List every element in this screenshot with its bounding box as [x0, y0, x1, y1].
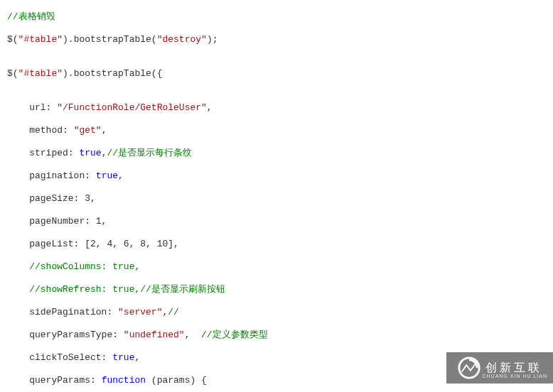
code-text: ).bootstrapTable({ — [63, 68, 162, 79]
code-text: , — [118, 170, 124, 181]
string-literal: "server" — [118, 307, 162, 317]
comment: //表格销毁 — [7, 11, 55, 22]
code-text: method: — [7, 125, 74, 136]
code-text: , — [134, 352, 140, 363]
code-block: //表格销毁 $("#table").bootstrapTable("destr… — [0, 0, 553, 392]
code-text: , — [102, 125, 107, 136]
string-literal: "destroy" — [157, 34, 207, 45]
comment: //showColumns: true, — [7, 261, 140, 272]
code-text: pageNumber: 1, — [7, 216, 107, 227]
code-text: $( — [7, 34, 18, 45]
code-text: sidePagination: — [7, 307, 118, 317]
code-text: (params) { — [146, 375, 207, 386]
comment: // — [168, 307, 179, 317]
code-text: striped: — [7, 148, 79, 158]
comment: //showRefresh: true,//是否显示刷新按钮 — [7, 284, 225, 295]
code-text: queryParams: — [7, 375, 102, 386]
code-text: $( — [7, 68, 18, 79]
string-literal: "get" — [74, 125, 102, 136]
code-text: pagination: — [7, 170, 96, 181]
code-text: ).bootstrapTable( — [63, 34, 157, 45]
code-text: clickToSelect: — [7, 352, 112, 363]
watermark-logo-icon — [457, 356, 481, 380]
keyword: true — [96, 170, 118, 181]
watermark-badge: 创新互联 CHUANG XIN HU LIAN — [446, 352, 553, 383]
code-text: queryParamsType: — [7, 330, 124, 340]
string-literal: "#table" — [18, 34, 63, 45]
string-literal: "undefined" — [124, 330, 185, 340]
string-literal: "#table" — [18, 68, 63, 79]
keyword: function — [102, 375, 146, 386]
keyword: true — [112, 352, 134, 363]
code-text: ); — [207, 34, 218, 45]
code-text: pageSize: 3, — [7, 193, 96, 204]
code-text: url: — [7, 102, 57, 113]
code-text: , — [207, 102, 213, 113]
comment: //是否显示每行条纹 — [107, 148, 192, 158]
string-literal: "/FunctionRole/GetRoleUser" — [57, 102, 207, 113]
code-text: , — [185, 330, 201, 340]
keyword: true — [79, 148, 101, 158]
code-text: pageList: [2, 4, 6, 8, 10], — [7, 239, 179, 249]
watermark-subtext: CHUANG XIN HU LIAN — [482, 371, 547, 382]
comment: //定义参数类型 — [201, 330, 268, 340]
